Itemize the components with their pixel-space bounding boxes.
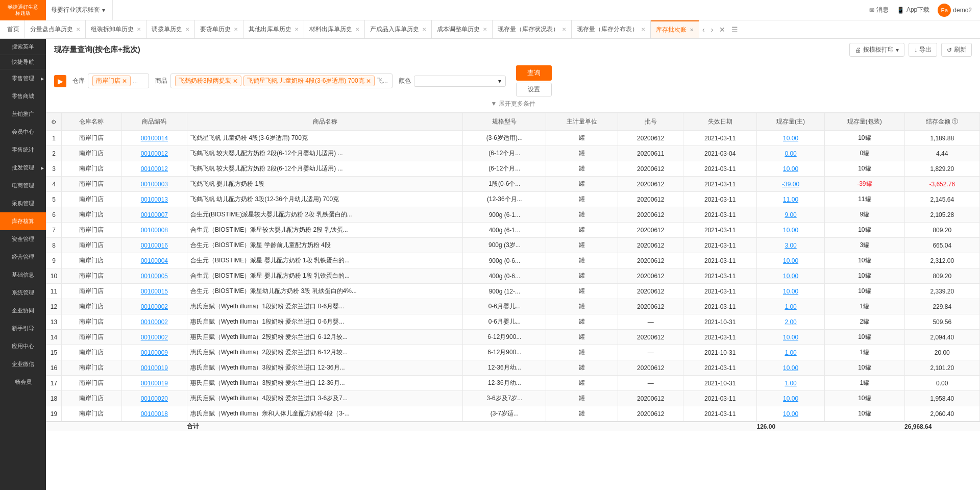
tab-chengben[interactable]: 成本调整单历史✕ bbox=[432, 20, 493, 39]
tab-close-diaopo[interactable]: ✕ bbox=[185, 27, 189, 32]
cell-num: 16 bbox=[46, 360, 62, 376]
sidebar-item-retail-mgmt[interactable]: 零售管理▶ bbox=[0, 69, 46, 87]
tab-fenliang[interactable]: 分量盘点单历史✕ bbox=[25, 20, 86, 39]
sidebar-item-quick[interactable]: 快捷导航 bbox=[0, 55, 46, 69]
export-icon: ↓ bbox=[914, 46, 917, 54]
app-download-btn[interactable]: 📱 App下载 bbox=[897, 6, 929, 14]
tab-menu[interactable]: ☰ bbox=[728, 26, 741, 34]
sidebar-item-inventory[interactable]: 库存核算 bbox=[0, 212, 46, 230]
tab-close-chengpin[interactable]: ✕ bbox=[422, 27, 426, 32]
sidebar-item-member2[interactable]: 畅会员 bbox=[0, 373, 46, 391]
cell-expire: 2021-03-11 bbox=[683, 299, 757, 314]
set-button[interactable]: 设置 bbox=[516, 83, 552, 96]
account-selector[interactable]: 母婴行业演示账套 ▾ bbox=[46, 0, 113, 20]
tab-close-xiancun1[interactable]: ✕ bbox=[562, 27, 566, 32]
tab-diaopo[interactable]: 调拨单历史✕ bbox=[146, 20, 195, 39]
tab-close-chengben[interactable]: ✕ bbox=[483, 27, 487, 32]
cell-spec: (6-12个月... bbox=[463, 161, 546, 177]
th-name: 商品名称 bbox=[187, 113, 463, 131]
refresh-button[interactable]: ↺ 刷新 bbox=[941, 43, 972, 57]
cell-amount: 2,060.40 bbox=[904, 406, 979, 422]
user-avatar[interactable]: Ea demo2 bbox=[938, 4, 972, 17]
tab-zuzhuang[interactable]: 组装拆卸单历史✕ bbox=[86, 20, 146, 39]
sidebar-item-operation[interactable]: 经营管理 bbox=[0, 248, 46, 266]
query-button[interactable]: 查询 bbox=[516, 65, 552, 81]
sidebar-item-guide[interactable]: 新手引导 bbox=[0, 320, 46, 337]
cell-code: 00100014 bbox=[121, 131, 187, 146]
cell-warehouse: 南岸门店 bbox=[62, 330, 122, 345]
expand-more-button[interactable]: ▼ 展开更多条件 bbox=[491, 100, 535, 108]
cell-name: 合生元（BIOSTIME）派星幼儿配方奶粉 3段 乳铁蛋白的4%... bbox=[187, 284, 463, 299]
warehouse-tag-close[interactable]: ✕ bbox=[122, 78, 127, 85]
cell-code: 00100019 bbox=[121, 360, 187, 376]
tab-xiancun2[interactable]: 现存量（库存分布表）✕ bbox=[572, 20, 651, 39]
table-row: 2 南岸门店 00100012 飞鹤飞帆 较大婴儿配方奶粉 2段(6-12个月婴… bbox=[46, 146, 980, 161]
cell-expire: 2021-03-11 bbox=[683, 207, 757, 223]
print-button[interactable]: 🖨 按模板打印 ▾ bbox=[849, 43, 904, 57]
sidebar-item-marketing[interactable]: 营销推广 bbox=[0, 105, 46, 123]
tab-cailiao[interactable]: 材料出库单历史✕ bbox=[304, 20, 365, 39]
cell-name: 飞鹤星飞帆 儿童奶粉 4段(3-6岁适用) 700克 bbox=[187, 131, 463, 146]
sidebar-item-wholesale[interactable]: 批发管理▶ bbox=[0, 159, 46, 177]
tab-next[interactable]: › bbox=[708, 26, 717, 34]
cell-amount: 2,105.28 bbox=[904, 207, 979, 223]
filter-expand-button[interactable]: ▶ bbox=[54, 75, 66, 87]
sidebar-item-ecommerce[interactable]: 电商管理 bbox=[0, 177, 46, 194]
cell-qty-pkg: 1罐 bbox=[825, 345, 904, 360]
table-row: 16 南岸门店 00100019 惠氏启赋（Wyeth illuma）3段奶粉 … bbox=[46, 360, 980, 376]
tab-close-xiancun2[interactable]: ✕ bbox=[641, 27, 645, 32]
tab-home[interactable]: 首页 bbox=[2, 20, 25, 39]
logo: 畅捷通好生意 标题版 bbox=[0, 0, 46, 20]
warehouse-input[interactable]: 南岸门店 ✕ ... bbox=[88, 74, 149, 88]
sidebar-item-apps[interactable]: 应用中心 bbox=[0, 337, 46, 355]
tab-chengpin[interactable]: 产成品入库单历史✕ bbox=[365, 20, 432, 39]
sidebar-item-wechat[interactable]: 企业微信 bbox=[0, 355, 46, 373]
sidebar-item-enterprise[interactable]: 企业协同 bbox=[0, 302, 46, 320]
product-filter: 商品 飞鹤奶粉3段两提装 ✕ 飞鹤星飞帆 儿童奶粉 4段(3-6岁适用) 700… bbox=[155, 74, 393, 88]
sidebar-item-member[interactable]: 会员中心 bbox=[0, 123, 46, 141]
product-input[interactable]: 飞鹤奶粉3段两提装 ✕ 飞鹤星飞帆 儿童奶粉 4段(3-6岁适用) 700克 ✕… bbox=[170, 74, 393, 88]
tab-qitachu[interactable]: 其他出库单历史✕ bbox=[243, 20, 304, 39]
tab-xiancun1[interactable]: 现存量（库存状况表）✕ bbox=[493, 20, 572, 39]
tab-close-yaohuo[interactable]: ✕ bbox=[234, 27, 238, 32]
export-button[interactable]: ↓ 导出 bbox=[909, 43, 937, 57]
product-tag-2-close[interactable]: ✕ bbox=[366, 78, 371, 85]
cell-qty-main: 10.00 bbox=[756, 253, 824, 268]
message-btn[interactable]: ✉ 消息 bbox=[869, 6, 889, 14]
cell-spec: 900g (3岁... bbox=[463, 238, 546, 253]
cell-num: 4 bbox=[46, 177, 62, 192]
cell-qty-pkg: 10罐 bbox=[825, 284, 904, 299]
table-row: 6 南岸门店 00100007 合生元(BIOSTIME)派星较大婴儿配方奶粉 … bbox=[46, 207, 980, 223]
tab-close-kucun[interactable]: ✕ bbox=[690, 27, 694, 33]
product-tag-1-close[interactable]: ✕ bbox=[233, 78, 238, 85]
cell-name: 飞鹤飞帆 幼儿配方奶粉 3段(12-36个月幼儿适用) 700克 bbox=[187, 192, 463, 207]
sidebar-item-retail-stats[interactable]: 零售统计 bbox=[0, 141, 46, 159]
cell-batch: 20200612 bbox=[618, 268, 683, 284]
tab-close-qitachu[interactable]: ✕ bbox=[295, 27, 299, 32]
sidebar-item-finance[interactable]: 资金管理 bbox=[0, 230, 46, 248]
cell-batch: 20200612 bbox=[618, 406, 683, 422]
cell-name: 合生元（BIOSTIME）派星 婴儿配方奶粉 1段 乳铁蛋白的... bbox=[187, 253, 463, 268]
tab-kucun-active[interactable]: 库存批次账✕ bbox=[651, 20, 699, 39]
sidebar-item-retail-shop[interactable]: 零售商城 bbox=[0, 87, 46, 105]
cell-code: 00100013 bbox=[121, 192, 187, 207]
cell-warehouse: 南岸门店 bbox=[62, 192, 122, 207]
sidebar-item-search[interactable]: 搜索英单 bbox=[0, 39, 46, 55]
tab-close-zuzhuang[interactable]: ✕ bbox=[137, 27, 141, 32]
cell-name: 惠氏启赋（Wyeth illuma）3段奶粉 爱尔兰进口 12-36月... bbox=[187, 376, 463, 391]
tab-prev[interactable]: ‹ bbox=[699, 26, 708, 34]
sidebar-item-system[interactable]: 系统管理 bbox=[0, 284, 46, 302]
data-table-container: ⚙ 仓库名称 商品编码 商品名称 规格型号 主计量单位 批号 失效日期 现存量(… bbox=[46, 113, 980, 490]
tab-close-cailiao[interactable]: ✕ bbox=[355, 27, 359, 32]
product-more: 飞... bbox=[377, 77, 388, 85]
tab-close-fenliang[interactable]: ✕ bbox=[76, 27, 80, 32]
filter-bar: ▶ 仓库 南岸门店 ✕ ... 商品 飞鹤奶粉3段 bbox=[46, 61, 980, 113]
tab-yaohuo[interactable]: 要货单历史✕ bbox=[195, 20, 243, 39]
sidebar-item-purchase[interactable]: 采购管理 bbox=[0, 194, 46, 212]
cell-expire: 2021-03-11 bbox=[683, 268, 757, 284]
cell-spec: 0-6月婴儿... bbox=[463, 314, 546, 330]
sidebar-item-basic-info[interactable]: 基础信息 bbox=[0, 266, 46, 284]
color-input[interactable]: ▾ bbox=[414, 76, 506, 87]
tab-close-all[interactable]: ✕ bbox=[716, 26, 728, 34]
cell-warehouse: 南岸门店 bbox=[62, 314, 122, 330]
